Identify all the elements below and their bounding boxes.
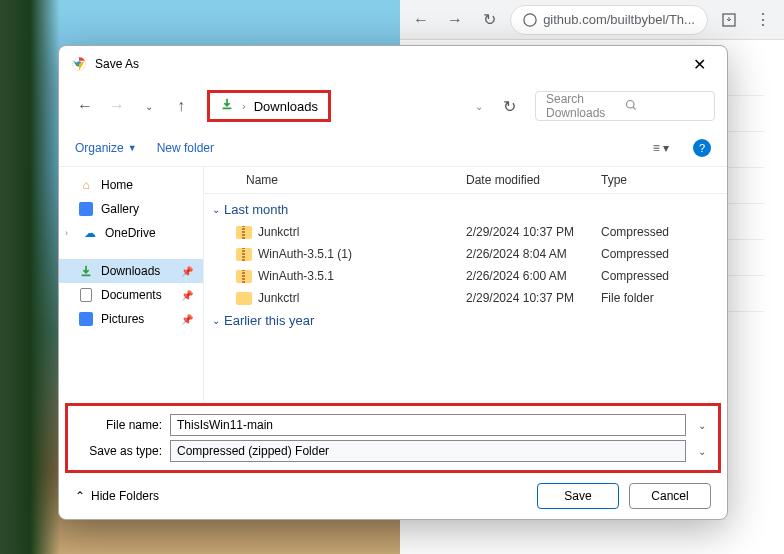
pin-icon: 📌 xyxy=(181,266,193,277)
site-icon xyxy=(523,13,537,27)
chrome-icon xyxy=(71,56,87,72)
save-type-select[interactable]: Compressed (zipped) Folder xyxy=(170,440,686,462)
chevron-down-icon: ▼ xyxy=(128,143,137,153)
hide-folders-button[interactable]: ⌃ Hide Folders xyxy=(75,489,159,503)
file-row[interactable]: Junkctrl 2/29/2024 10:37 PM File folder xyxy=(204,287,727,309)
zip-folder-icon xyxy=(236,270,252,283)
pin-icon: 📌 xyxy=(181,290,193,301)
toolbar: Organize ▼ New folder ≡ ▾ ? xyxy=(59,130,727,167)
gallery-icon xyxy=(79,202,93,216)
forward-button[interactable]: → xyxy=(103,92,131,120)
chevron-right-icon: › xyxy=(242,100,246,112)
up-button[interactable]: ↑ xyxy=(167,92,195,120)
browser-toolbar: ← → ↻ github.com/builtbybel/Th... ⋮ xyxy=(400,0,784,40)
save-type-label: Save as type: xyxy=(76,444,162,458)
address-dropdown[interactable]: ⌄ xyxy=(467,101,491,112)
view-button[interactable]: ≡ ▾ xyxy=(649,136,673,160)
breadcrumb-text: Downloads xyxy=(254,99,318,114)
bottom-bar: ⌃ Hide Folders Save Cancel xyxy=(59,473,727,519)
save-type-dropdown[interactable]: ⌄ xyxy=(694,446,710,457)
sidebar-item-gallery[interactable]: Gallery xyxy=(59,197,203,221)
file-list: Name Date modified Type ⌄ Last month Jun… xyxy=(204,167,727,401)
sidebar-item-home[interactable]: ⌂ Home xyxy=(59,173,203,197)
save-button[interactable]: Save xyxy=(537,483,619,509)
url-bar[interactable]: github.com/builtbybel/Th... xyxy=(510,5,708,35)
chevron-right-icon[interactable]: › xyxy=(65,228,75,238)
pictures-icon xyxy=(79,312,93,326)
download-icon xyxy=(79,264,93,278)
sidebar-item-downloads[interactable]: Downloads 📌 xyxy=(59,259,203,283)
document-icon xyxy=(79,288,93,302)
chevron-up-icon: ⌃ xyxy=(75,489,85,503)
close-button[interactable]: ✕ xyxy=(683,48,715,80)
dialog-title: Save As xyxy=(95,57,683,71)
group-earlier-year[interactable]: ⌄ Earlier this year xyxy=(204,309,727,332)
organize-button[interactable]: Organize ▼ xyxy=(75,141,137,155)
browser-refresh-button[interactable]: ↻ xyxy=(476,6,502,34)
help-button[interactable]: ? xyxy=(693,139,711,157)
cancel-button[interactable]: Cancel xyxy=(629,483,711,509)
filename-dropdown[interactable]: ⌄ xyxy=(694,420,710,431)
group-last-month[interactable]: ⌄ Last month xyxy=(204,198,727,221)
save-as-dialog: Save As ✕ ← → ⌄ ↑ › Downloads ⌄ ↻ Search… xyxy=(58,45,728,520)
browser-install-button[interactable] xyxy=(716,6,742,34)
svg-point-0 xyxy=(524,13,536,25)
back-button[interactable]: ← xyxy=(71,92,99,120)
breadcrumb[interactable]: › Downloads xyxy=(207,90,331,122)
pin-icon: 📌 xyxy=(181,314,193,325)
chevron-down-icon: ⌄ xyxy=(212,204,220,215)
filename-label: File name: xyxy=(76,418,162,432)
filename-input[interactable]: ThisIsWin11-main xyxy=(170,414,686,436)
svg-point-4 xyxy=(627,100,635,108)
file-row[interactable]: WinAuth-3.5.1 2/26/2024 6:00 AM Compress… xyxy=(204,265,727,287)
recent-dropdown[interactable]: ⌄ xyxy=(135,92,163,120)
column-date[interactable]: Date modified xyxy=(466,173,601,187)
cloud-icon: ☁ xyxy=(83,226,97,240)
file-row[interactable]: Junkctrl 2/29/2024 10:37 PM Compressed xyxy=(204,221,727,243)
url-text: github.com/builtbybel/Th... xyxy=(543,12,695,27)
column-name[interactable]: Name xyxy=(216,173,466,187)
search-icon xyxy=(625,99,704,114)
zip-folder-icon xyxy=(236,226,252,239)
column-headers: Name Date modified Type xyxy=(204,167,727,194)
column-type[interactable]: Type xyxy=(601,173,715,187)
sidebar: ⌂ Home Gallery › ☁ OneDrive Downloads 📌 xyxy=(59,167,204,401)
browser-menu-button[interactable]: ⋮ xyxy=(750,6,776,34)
nav-row: ← → ⌄ ↑ › Downloads ⌄ ↻ Search Downloads xyxy=(59,82,727,130)
sidebar-item-documents[interactable]: Documents 📌 xyxy=(59,283,203,307)
zip-folder-icon xyxy=(236,248,252,261)
folder-icon xyxy=(236,292,252,305)
browser-back-button[interactable]: ← xyxy=(408,6,434,34)
titlebar: Save As ✕ xyxy=(59,46,727,82)
search-placeholder: Search Downloads xyxy=(546,92,625,120)
sidebar-item-onedrive[interactable]: › ☁ OneDrive xyxy=(59,221,203,245)
sidebar-item-pictures[interactable]: Pictures 📌 xyxy=(59,307,203,331)
file-row[interactable]: WinAuth-3.5.1 (1) 2/26/2024 8:04 AM Comp… xyxy=(204,243,727,265)
chevron-down-icon: ⌄ xyxy=(212,315,220,326)
footer-fields: File name: ThisIsWin11-main ⌄ Save as ty… xyxy=(65,403,721,473)
new-folder-button[interactable]: New folder xyxy=(157,141,214,155)
refresh-button[interactable]: ↻ xyxy=(495,92,523,120)
download-icon xyxy=(220,97,234,115)
home-icon: ⌂ xyxy=(79,178,93,192)
search-input[interactable]: Search Downloads xyxy=(535,91,715,121)
browser-forward-button[interactable]: → xyxy=(442,6,468,34)
